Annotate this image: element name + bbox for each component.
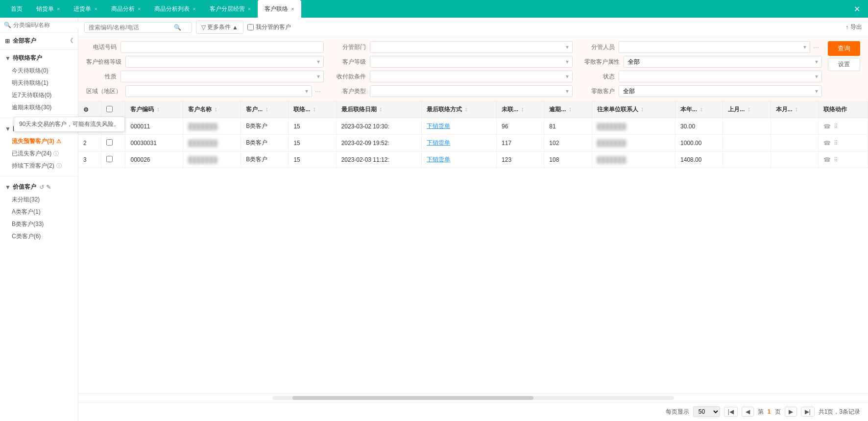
col-this-month[interactable]: 本月... ↕	[771, 101, 818, 118]
last-page-btn[interactable]: ▶|	[801, 407, 815, 417]
sort-code-icon[interactable]: ↕	[157, 106, 160, 113]
more-conditions-btn[interactable]: ▽ 更多条件 ▲	[196, 21, 243, 34]
scroll-thumb[interactable]	[292, 396, 533, 400]
edit-icon-value[interactable]: ✎	[46, 184, 51, 191]
more-action-icon-2[interactable]: ⠿	[834, 140, 838, 147]
export-btn[interactable]: ↑ 导出	[845, 23, 862, 31]
tab-sales[interactable]: 销货单 ×	[29, 0, 67, 18]
row-checkbox-2[interactable]	[106, 139, 113, 146]
tab-customer-layer[interactable]: 客户分层经营 ×	[203, 0, 258, 18]
close-tab-analysis-icon[interactable]: ×	[138, 6, 141, 12]
first-page-btn[interactable]: |◀	[724, 407, 738, 417]
select-all-checkbox[interactable]	[106, 106, 113, 112]
filter-select-nature[interactable]	[121, 71, 324, 82]
col-last-contact-method[interactable]: 最后联络方式 ↕	[422, 101, 497, 118]
last-method-link-3[interactable]: 下销货单	[427, 156, 450, 163]
per-page-select[interactable]: 50 100	[693, 406, 720, 417]
col-last-month[interactable]: 上月... ↕	[723, 101, 771, 118]
sidebar-item-churned[interactable]: 已流失客户(24) ⓘ	[0, 148, 78, 160]
close-tab-customer-contact-icon[interactable]: ×	[291, 6, 294, 12]
sort-contact-person-icon[interactable]: ↕	[641, 106, 644, 113]
sidebar-item-tomorrow[interactable]: 明天待联络(1)	[0, 77, 78, 89]
sidebar-item-today[interactable]: 今天待联络(0)	[0, 65, 78, 77]
prev-page-btn[interactable]: ◀	[742, 407, 754, 417]
sort-this-month-icon[interactable]: ↕	[795, 106, 798, 113]
sidebar-item-class-a[interactable]: A类客户(1)	[0, 206, 78, 218]
sort-last-contact-date-icon[interactable]: ↕	[379, 106, 382, 113]
sort-last-month-icon[interactable]: ↕	[747, 106, 750, 113]
tab-customer-contact[interactable]: 客户联络 ×	[258, 0, 301, 18]
my-customers-checkbox-wrap[interactable]: 我分管的客户	[247, 23, 291, 31]
tab-analysis-list[interactable]: 商品分析列表 ×	[147, 0, 202, 18]
col-settings[interactable]: ⚙	[78, 101, 101, 118]
contact-icon-3[interactable]: ☎	[823, 156, 831, 163]
close-tab-analysis-list-icon[interactable]: ×	[193, 6, 195, 12]
row-checkbox-3[interactable]	[106, 156, 113, 162]
filter-select-dept[interactable]	[370, 41, 573, 53]
filter-select-payment[interactable]	[370, 71, 573, 82]
close-tab-customer-layer-icon[interactable]: ×	[248, 6, 251, 12]
filter-input-phone[interactable]	[121, 41, 324, 53]
sidebar-item-class-c[interactable]: C类客户(6)	[0, 230, 78, 243]
cell-check-2[interactable]	[101, 135, 125, 151]
filter-select-manager[interactable]	[619, 41, 810, 53]
contact-icon-1[interactable]: ☎	[823, 123, 831, 130]
query-button[interactable]: 查询	[828, 41, 860, 56]
filter-select-region[interactable]	[125, 85, 312, 97]
tab-analysis[interactable]: 商品分析 ×	[104, 0, 147, 18]
sort-contact-count-icon[interactable]: ↕	[313, 106, 316, 113]
sidebar-item-overdue[interactable]: 逾期未联络(30)	[0, 101, 78, 114]
scroll-track[interactable]	[272, 396, 674, 400]
filter-select-price-level[interactable]	[125, 56, 324, 68]
tab-purchase[interactable]: 进货单 ×	[67, 0, 104, 18]
filter-select-customer-type[interactable]	[370, 85, 573, 97]
filter-select-status[interactable]	[619, 71, 822, 82]
sidebar-item-declining[interactable]: 持续下滑客户(2) ⓘ	[0, 160, 78, 172]
toolbar-search-icon[interactable]: 🔍	[174, 24, 181, 31]
my-customers-checkbox[interactable]	[247, 24, 254, 30]
close-tab-sales-icon[interactable]: ×	[57, 6, 60, 12]
refresh-icon-value[interactable]: ↺	[39, 184, 44, 191]
sort-last-contact-method-icon[interactable]: ↕	[465, 106, 468, 113]
sidebar-all-customers[interactable]: ⊞ 全部客户 《	[0, 33, 78, 50]
sidebar-item-churn-warning[interactable]: 流失预警客户(3) ⚠	[0, 135, 78, 148]
col-uncontacted[interactable]: 未联... ↕	[497, 101, 544, 118]
sidebar-search-input[interactable]	[13, 22, 87, 28]
col-annual[interactable]: 本年... ↕	[675, 101, 723, 118]
sidebar-item-7days[interactable]: 近7天待联络(0)	[0, 89, 78, 101]
col-contact-count[interactable]: 联络... ↕	[289, 101, 336, 118]
sort-type-icon[interactable]: ↕	[265, 106, 268, 113]
col-contact-person[interactable]: 往来单位联系人 ↕	[592, 101, 675, 118]
sidebar-item-unclassified[interactable]: 未分组(32)	[0, 194, 78, 206]
filter-select-retail[interactable]: 全部	[619, 85, 822, 97]
last-method-link-2[interactable]: 下销货单	[427, 139, 450, 146]
filter-more-1[interactable]: ···	[810, 43, 822, 51]
sidebar-item-class-b[interactable]: B类客户(33)	[0, 218, 78, 230]
col-checkbox[interactable]	[101, 101, 125, 118]
col-type[interactable]: 客户... ↕	[241, 101, 289, 118]
more-action-icon-1[interactable]: ⠿	[834, 123, 838, 130]
tab-home[interactable]: 首页	[4, 0, 29, 18]
filter-select-customer-level[interactable]	[370, 56, 573, 68]
toolbar-search-input[interactable]	[89, 24, 172, 31]
filter-select-retail-attr[interactable]: 全部	[624, 56, 822, 68]
sidebar-collapse-icon[interactable]: 《	[67, 37, 73, 45]
close-window-icon[interactable]: ✕	[850, 4, 864, 14]
sort-annual-icon[interactable]: ↕	[699, 106, 702, 113]
col-code[interactable]: 客户编码 ↕	[125, 101, 183, 118]
sidebar-group-header-value[interactable]: ▼ 价值客户 ↺ ✎	[0, 180, 78, 194]
close-tab-purchase-icon[interactable]: ×	[94, 6, 97, 12]
col-last-contact-date[interactable]: 最后联络日期 ↕	[336, 101, 422, 118]
settings-button[interactable]: 设置	[828, 58, 860, 71]
col-name[interactable]: 客户名称 ↕	[183, 101, 241, 118]
last-method-link-1[interactable]: 下销货单	[427, 123, 450, 129]
more-action-icon-3[interactable]: ⠿	[834, 156, 838, 163]
sidebar-group-header-pending[interactable]: ▼ 待联络客户	[0, 51, 78, 65]
sort-uncontacted-icon[interactable]: ↕	[521, 106, 524, 113]
col-overdue[interactable]: 逾期... ↕	[544, 101, 592, 118]
sort-overdue-icon[interactable]: ↕	[569, 106, 572, 113]
filter-more-region[interactable]: ···	[312, 87, 324, 95]
cell-check-3[interactable]	[101, 151, 125, 168]
sort-name-icon[interactable]: ↕	[215, 106, 217, 113]
next-page-btn[interactable]: ▶	[785, 407, 797, 417]
